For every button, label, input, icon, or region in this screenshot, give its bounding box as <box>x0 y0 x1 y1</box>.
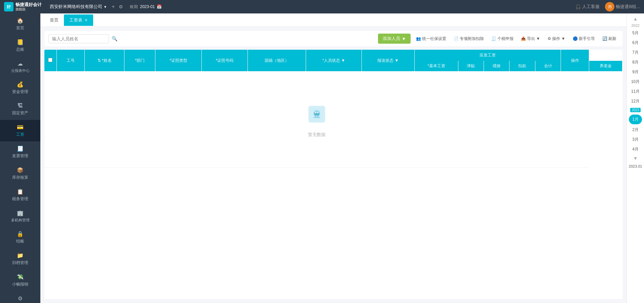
invoice-icon: 🧾 <box>17 145 24 152</box>
tab-bar: 首页 工资表 ✕ <box>40 13 627 27</box>
toolbar-right: 添加人员 ▼ 👥 统一社保设置 📄 专项附加扣除 🧾 个税申报 <box>378 34 618 44</box>
sidebar-item-report[interactable]: ☁ 云报表中心 <box>0 56 40 77</box>
export-button[interactable]: 📤 导出 ▼ <box>519 35 542 43</box>
header-left: 好 畅捷通好会计 旗舰版 西安虾米网络科技有限公司 ▼ + ⚙ 账期 2023-… <box>4 2 162 11</box>
sidebar-item-archive[interactable]: 📁 归档管理 <box>0 248 40 270</box>
export-dropdown-icon: ▼ <box>536 36 540 41</box>
tab-salary-table[interactable]: 工资表 ✕ <box>64 14 93 26</box>
th-status: *人员状态 ▼ <box>306 50 362 71</box>
add-person-button[interactable]: 添加人员 ▼ <box>378 34 411 44</box>
month-2023-03[interactable]: 3月 <box>627 135 644 144</box>
status-filter-icon[interactable]: ▼ <box>341 58 345 63</box>
user-name-text: 畅捷通B组... <box>616 4 640 10</box>
table-container: 工号 ⇅ *姓名 *部门 *证照类型 *证照号码 国籍（地区） *人员状态 ▼ <box>44 50 622 299</box>
sidebar-item-expense[interactable]: 💸 小畅报销 <box>0 270 40 291</box>
company-name: 西安虾米网络科技有限公司 <box>50 4 102 10</box>
th-base-salary: *基本工资 <box>414 61 458 71</box>
period-info: 账期 2023-01 📅 <box>130 4 162 10</box>
sidebar-item-label-expense: 小畅报销 <box>12 282 28 287</box>
month-2023-01[interactable]: 1月 <box>629 115 642 124</box>
th-id-no: *证照号码 <box>201 50 248 71</box>
month-2022-07[interactable]: 7月 <box>627 48 644 57</box>
asset-icon: 🏗 <box>17 103 23 109</box>
settings-sidebar-icon: ⚙ <box>18 295 23 302</box>
empty-state-cell: 暂无数据 <box>44 71 589 168</box>
current-period-display: 2023.01 <box>629 164 642 169</box>
search-input[interactable] <box>48 34 109 43</box>
expense-icon: 💸 <box>17 274 24 280</box>
sidebar-item-asset[interactable]: 🏗 固定资产 <box>0 99 40 120</box>
home-icon: 🏠 <box>17 17 24 24</box>
month-2022-09[interactable]: 9月 <box>627 67 644 77</box>
sidebar-item-close[interactable]: 🔒 结账 <box>0 227 40 248</box>
sidebar-item-settings[interactable]: ⚙ 基础设置 <box>0 291 40 303</box>
sidebar-item-label-tax: 税务管理 <box>12 196 28 202</box>
th-deduction: 扣款 <box>509 61 535 71</box>
social-security-button[interactable]: 👥 统一社保设置 <box>414 35 448 43</box>
sidebar-item-inventory[interactable]: 📦 库存核算 <box>0 163 40 184</box>
month-2022-06[interactable]: 6月 <box>627 38 644 48</box>
add-dropdown-icon: ▼ <box>402 36 406 41</box>
data-table: 工号 ⇅ *姓名 *部门 *证照类型 *证照号码 国籍（地区） *人员状态 ▼ <box>44 50 622 168</box>
month-2023-02[interactable]: 2月 <box>627 125 644 135</box>
add-company-icon[interactable]: + <box>112 4 115 10</box>
sidebar-item-label-home: 首页 <box>16 25 24 31</box>
special-deduct-button[interactable]: 📄 专项附加扣除 <box>452 35 486 43</box>
date-nav-down[interactable]: ▼ <box>632 154 639 162</box>
month-2023-04[interactable]: 4月 <box>627 144 644 154</box>
date-nav-up[interactable]: ▲ <box>632 15 639 23</box>
company-selector[interactable]: 西安虾米网络科技有限公司 ▼ <box>50 4 107 10</box>
headset-icon: 🎧 <box>575 4 581 9</box>
settings-icon[interactable]: ⚙ <box>119 4 123 9</box>
th-checkbox[interactable] <box>44 50 56 71</box>
th-subsidy: 津贴 <box>458 61 484 71</box>
sidebar-item-label-report: 云报表中心 <box>11 68 30 73</box>
content-area: 首页 工资表 ✕ 🔍 添加人员 ▼ <box>40 13 627 303</box>
fund-icon: 💰 <box>17 81 24 88</box>
header-right: 🎧 人工客服 用 畅捷通B组... <box>575 2 640 11</box>
th-dept: *部门 <box>124 50 155 71</box>
operation-button[interactable]: ⚙ 操作 ▼ <box>545 35 567 43</box>
calendar-icon[interactable]: 📅 <box>157 4 162 9</box>
month-2022-05[interactable]: 5月 <box>627 28 644 38</box>
sidebar-item-multi[interactable]: 🏢 多机构管理 <box>0 206 40 227</box>
operation-label: 操作 <box>552 36 560 42</box>
tab-close-icon[interactable]: ✕ <box>84 18 88 23</box>
th-pension: 养老金 <box>589 61 622 71</box>
sidebar-item-ledger[interactable]: 📒 总账 <box>0 35 40 56</box>
sidebar-item-home[interactable]: 🏠 首页 <box>0 13 40 35</box>
operation-icon: ⚙ <box>547 36 551 41</box>
empty-text: 暂无数据 <box>308 132 326 138</box>
user-info[interactable]: 用 畅捷通B组... <box>605 2 640 11</box>
multi-icon: 🏢 <box>17 210 24 216</box>
refresh-button[interactable]: 🔄 刷新 <box>600 35 618 43</box>
sidebar-item-label-salary: 工资 <box>16 132 24 137</box>
guide-button[interactable]: 🔵 新手引导 <box>571 35 597 43</box>
ledger-icon: 📒 <box>17 39 24 45</box>
logo-area: 好 畅捷通好会计 旗舰版 <box>4 2 42 11</box>
refresh-label: 刷新 <box>608 36 616 42</box>
sidebar-item-tax[interactable]: 📋 税务管理 <box>0 184 40 206</box>
tax-report-button[interactable]: 🧾 个税申报 <box>489 35 516 43</box>
tax-report-icon: 🧾 <box>491 36 496 41</box>
th-name: ⇅ *姓名 <box>85 50 124 71</box>
report-filter-icon[interactable]: ▼ <box>395 58 399 63</box>
month-2022-11[interactable]: 11月 <box>627 87 644 96</box>
close-icon: 🔒 <box>17 231 24 237</box>
sidebar-item-label-close: 结账 <box>16 239 24 244</box>
user-service[interactable]: 🎧 人工客服 <box>575 4 600 10</box>
th-performance: 绩效 <box>484 61 509 71</box>
sidebar-item-fund[interactable]: 💰 资金管理 <box>0 77 40 99</box>
year-2022-label: 2022 <box>631 23 639 28</box>
select-all-checkbox[interactable] <box>48 58 52 62</box>
month-2022-12[interactable]: 12月 <box>627 96 644 106</box>
toolbar-left: 🔍 <box>48 34 117 43</box>
sidebar-item-salary[interactable]: 💳 工资 <box>0 120 40 141</box>
tab-home[interactable]: 首页 <box>44 14 64 26</box>
th-total: 合计 <box>535 61 561 71</box>
sidebar-item-invoice[interactable]: 🧾 发票管理 <box>0 141 40 163</box>
app-edition: 旗舰版 <box>15 7 42 11</box>
month-2022-08[interactable]: 8月 <box>627 57 644 67</box>
month-2022-10[interactable]: 10月 <box>627 77 644 87</box>
empty-icon <box>303 101 330 128</box>
